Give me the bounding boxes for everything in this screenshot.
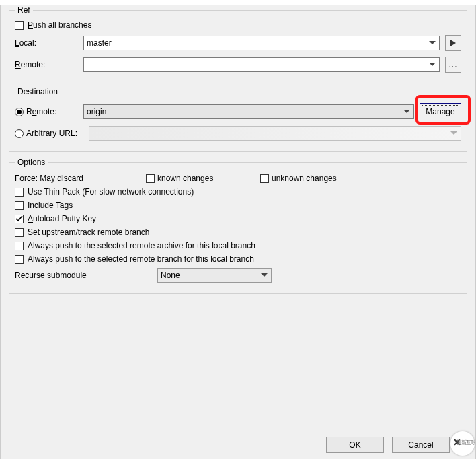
push-branch-checkbox[interactable] bbox=[15, 255, 24, 264]
chevron-down-icon bbox=[427, 38, 438, 48]
push-archive-checkbox[interactable] bbox=[15, 242, 24, 250]
chevron-down-icon bbox=[259, 270, 270, 281]
thin-pack-label: Use Thin Pack (For slow network connecti… bbox=[28, 187, 194, 197]
chevron-down-icon bbox=[401, 106, 412, 117]
cancel-button-label: Cancel bbox=[408, 440, 433, 450]
ok-button[interactable]: OK bbox=[326, 437, 384, 453]
arbitrary-url-combo[interactable] bbox=[89, 126, 461, 141]
dialog-footer: OK Cancel bbox=[1, 426, 475, 459]
chevron-down-icon bbox=[448, 128, 459, 139]
autoload-putty-checkbox[interactable] bbox=[15, 215, 24, 223]
include-tags-label: Include Tags bbox=[28, 201, 73, 210]
push-all-branches-label: Push all branches bbox=[28, 20, 91, 30]
remote-ref-combo[interactable] bbox=[83, 57, 440, 72]
remote-browse-button[interactable]: ... bbox=[445, 57, 461, 73]
ellipsis-icon: ... bbox=[448, 60, 457, 69]
recurse-submodule-value: None bbox=[161, 271, 180, 280]
remote-radio[interactable] bbox=[15, 108, 24, 116]
watermark-logo: ✕创新互联 bbox=[450, 431, 475, 456]
push-branch-label: Always push to the selected remote branc… bbox=[28, 254, 254, 264]
push-archive-label: Always push to the selected remote archi… bbox=[28, 241, 255, 250]
autoload-putty-label: Autoload Putty Key bbox=[28, 214, 96, 223]
set-upstream-label: Set upstream/track remote branch bbox=[28, 227, 149, 237]
dest-remote-value: origin bbox=[87, 107, 106, 116]
dest-remote-combo[interactable]: origin bbox=[83, 104, 414, 119]
remote-ref-label: Remote: bbox=[15, 60, 83, 69]
options-group: Options Force: May discard known changes… bbox=[9, 157, 467, 294]
local-branch-value: master bbox=[87, 38, 112, 48]
unknown-changes-checkbox[interactable] bbox=[260, 174, 269, 183]
play-icon bbox=[450, 40, 456, 46]
thin-pack-checkbox[interactable] bbox=[15, 188, 24, 197]
dest-remote-label: Remote: bbox=[26, 107, 56, 116]
include-tags-checkbox[interactable] bbox=[15, 201, 24, 210]
cancel-button[interactable]: Cancel bbox=[392, 437, 450, 453]
set-upstream-checkbox[interactable] bbox=[15, 228, 24, 237]
ref-group: Ref Push all branches Local: master Remo… bbox=[9, 5, 467, 81]
push-dialog: Ref Push all branches Local: master Remo… bbox=[0, 5, 476, 459]
push-all-branches-checkbox[interactable] bbox=[15, 21, 24, 30]
arbitrary-url-label: Arbitrary URL: bbox=[26, 129, 77, 138]
force-label: Force: May discard bbox=[15, 174, 146, 183]
known-changes-checkbox[interactable] bbox=[146, 174, 155, 183]
recurse-submodule-label: Recurse submodule bbox=[15, 271, 157, 280]
local-label: Local: bbox=[15, 38, 83, 48]
local-branch-combo[interactable]: master bbox=[83, 36, 440, 50]
arbitrary-url-radio[interactable] bbox=[15, 129, 24, 138]
unknown-changes-label: unknown changes bbox=[272, 174, 337, 183]
local-next-button[interactable] bbox=[445, 35, 461, 51]
recurse-submodule-combo[interactable]: None bbox=[157, 268, 272, 283]
known-changes-label: known changes bbox=[157, 174, 213, 183]
destination-group: Destination Remote: origin Manage Arbitr… bbox=[9, 87, 467, 152]
destination-legend: Destination bbox=[15, 87, 61, 96]
manage-button[interactable]: Manage bbox=[420, 103, 461, 120]
ok-button-label: OK bbox=[349, 440, 360, 450]
options-legend: Options bbox=[15, 157, 48, 167]
manage-button-label: Manage bbox=[426, 107, 454, 116]
chevron-down-icon bbox=[427, 59, 438, 70]
ref-legend: Ref bbox=[15, 5, 33, 15]
